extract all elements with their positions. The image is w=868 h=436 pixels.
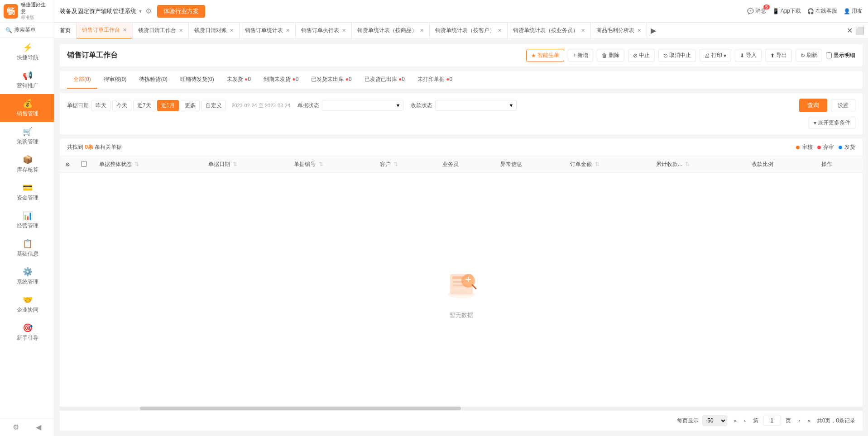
filter-tab-pending-check[interactable]: 待拣验货(0): [133, 71, 174, 89]
ship-btn[interactable]: 发货: [839, 143, 855, 151]
filter-tab-wangpu[interactable]: 旺铺待发货(0): [174, 71, 221, 89]
page-header: 销售订单工作台 ★ 智能生单 + 新增 🗑 删除 ⊘ 中止 ⊙ 取消中止: [60, 44, 863, 66]
select-all-checkbox[interactable]: [81, 161, 87, 167]
sort-icon[interactable]: ⇅: [319, 161, 323, 167]
sidebar-item-jichu[interactable]: 📋 基础信息: [0, 234, 54, 262]
tab-close-icon[interactable]: ✕: [342, 28, 346, 33]
delete-btn[interactable]: 🗑 删除: [597, 49, 624, 62]
query-btn[interactable]: 查询: [799, 99, 827, 112]
collapse-icon[interactable]: ◀: [36, 423, 41, 431]
tab-maximize-icon[interactable]: ⬜: [855, 26, 864, 35]
tab-close-icon[interactable]: ✕: [179, 28, 183, 33]
horizontal-scrollbar[interactable]: [60, 407, 863, 410]
settings-icon[interactable]: ⚙: [13, 423, 19, 431]
online-service-btn[interactable]: 🎧 在线客服: [807, 7, 837, 15]
app-label: App下载: [781, 7, 801, 15]
set-btn[interactable]: 设置: [831, 99, 855, 112]
filter-tab-not-printed[interactable]: 未打印单据 ●0: [411, 71, 459, 89]
tab-close-icon[interactable]: ✕: [230, 28, 234, 33]
scrollbar-thumb[interactable]: [140, 407, 461, 410]
last-page-btn[interactable]: »: [805, 416, 813, 425]
print-btn[interactable]: 🖨 打印 ▾: [700, 49, 731, 62]
tab-next-btn[interactable]: ▶: [647, 23, 660, 39]
tab-sales-product[interactable]: 销货单统计表（按商品） ✕: [352, 23, 430, 39]
prev-page-btn[interactable]: ‹: [741, 416, 748, 425]
import-btn[interactable]: ⬇ 导入: [735, 49, 762, 62]
tab-close-icon[interactable]: ✕: [637, 28, 641, 33]
ai-btn[interactable]: ★ 智能生单: [526, 49, 564, 62]
tab-sales-staff[interactable]: 销货单统计表（按业务员） ✕: [508, 23, 591, 39]
refresh-btn[interactable]: ↻ 刷新: [796, 49, 822, 62]
logo-text: 畅捷通好生意: [21, 1, 50, 14]
export-btn[interactable]: ⬆ 导出: [765, 49, 792, 62]
expand-btn[interactable]: ▾ 展开更多条件: [809, 117, 855, 129]
date-yesterday[interactable]: 昨天: [91, 100, 110, 111]
sidebar-item-xitong[interactable]: ⚙️ 系统管理: [0, 262, 54, 290]
stop-btn[interactable]: ⊘ 中止: [628, 49, 655, 62]
date-1month[interactable]: 近1月: [157, 100, 179, 111]
tab-sales-order[interactable]: 销售订单工作台 ✕: [77, 23, 133, 39]
sidebar-item-qiye[interactable]: 🤝 企业协同: [0, 290, 54, 318]
tab-close-icon[interactable]: ✕: [581, 28, 585, 33]
tab-close-icon[interactable]: ✕: [420, 28, 424, 33]
sort-icon[interactable]: ⇅: [393, 161, 398, 167]
first-page-btn[interactable]: «: [731, 416, 739, 425]
tab-home[interactable]: 首页: [54, 23, 77, 39]
sidebar-item-zijin[interactable]: 💳 资金管理: [0, 178, 54, 206]
sidebar-bottom: ⚙ ◀: [0, 418, 54, 436]
date-more[interactable]: 更多: [181, 100, 200, 111]
sidebar-item-kucun[interactable]: 📦 库存核算: [0, 150, 54, 178]
sidebar-item-jingying[interactable]: 📊 经营管理: [0, 206, 54, 234]
topbar: 装备及固定资产辅助管理系统 ▾ ⚙ 体验行业方案 💬 消息 6 📱 App下载 …: [54, 0, 868, 23]
filter-tab-pending-audit[interactable]: 待审核(0): [97, 71, 133, 89]
sort-icon[interactable]: ⇅: [233, 161, 237, 167]
filter-tab-not-shipped[interactable]: 未发货 ●0: [221, 71, 257, 89]
filter-tab-shipped-out[interactable]: 已发货已出库 ●0: [358, 71, 411, 89]
col-settings[interactable]: ⚙: [60, 156, 76, 173]
topbar-gear-icon[interactable]: ⚙: [145, 7, 152, 15]
receipt-select[interactable]: ▾: [435, 100, 517, 111]
expand-row: ▾ 展开更多条件: [67, 117, 855, 129]
cancel-audit-btn[interactable]: 弃审: [817, 143, 834, 151]
app-download-btn[interactable]: 📱 App下载: [772, 7, 801, 15]
status-select[interactable]: ▾: [322, 100, 403, 111]
search-menu[interactable]: 🔍 搜索菜单: [0, 23, 54, 38]
sidebar-item-xiaoshou[interactable]: 💰 销售管理: [0, 94, 54, 122]
sidebar-item-yingxiao[interactable]: 📢 营销推广: [0, 66, 54, 94]
tab-close-icon[interactable]: ✕: [498, 28, 502, 33]
sidebar-item-label: 快捷导航: [17, 54, 38, 62]
audit-btn[interactable]: 审核: [796, 143, 813, 151]
next-page-btn[interactable]: ›: [796, 416, 803, 425]
tab-profit-analysis[interactable]: 商品毛利分析表 ✕: [591, 23, 647, 39]
filter-tab-shipped-not-out[interactable]: 已发货未出库 ●0: [305, 71, 358, 89]
cancel-stop-btn[interactable]: ⊙ 取消中止: [658, 49, 696, 62]
tab-sales-stat[interactable]: 销售订单统计表 ✕: [240, 23, 296, 39]
col-checkbox[interactable]: [76, 156, 94, 173]
tab-close-icon[interactable]: ✕: [123, 27, 127, 33]
sidebar-item-xinshou[interactable]: 🎯 新手引导: [0, 318, 54, 346]
sort-icon[interactable]: ⇅: [595, 161, 599, 167]
date-7days[interactable]: 近7天: [133, 100, 155, 111]
sidebar-item-kuaijie[interactable]: ⚡ 快捷导航: [0, 38, 54, 66]
tab-close-all-icon[interactable]: ✕: [847, 26, 853, 35]
message-btn[interactable]: 💬 消息 6: [747, 7, 766, 15]
tab-sales-customer[interactable]: 销货单统计表（按客户） ✕: [430, 23, 508, 39]
filter-tab-overdue[interactable]: 到期未发货 ●0: [257, 71, 305, 89]
date-today[interactable]: 今天: [112, 100, 131, 111]
trial-btn[interactable]: 体验行业方案: [157, 5, 205, 18]
tab-qian-huo-dui[interactable]: 钱货日清对账 ✕: [189, 23, 240, 39]
show-detail-checkbox[interactable]: 显示明细: [826, 52, 855, 59]
tab-close-icon[interactable]: ✕: [286, 28, 290, 33]
show-detail-input[interactable]: [826, 52, 832, 58]
sidebar-item-caigou[interactable]: 🛒 采购管理: [0, 122, 54, 150]
sort-icon[interactable]: ⇅: [685, 161, 690, 167]
per-page-select[interactable]: 50 100 200: [702, 415, 727, 426]
sort-icon[interactable]: ⇅: [134, 161, 139, 167]
add-btn[interactable]: + 新增: [568, 49, 593, 62]
filter-tab-all[interactable]: 全部(0): [67, 71, 97, 89]
tab-qian-huo-qing[interactable]: 钱货日清工作台 ✕: [133, 23, 189, 39]
user-btn[interactable]: 👤 用友: [844, 7, 863, 15]
tab-sales-exec[interactable]: 销售订单执行表 ✕: [296, 23, 352, 39]
page-input[interactable]: [763, 416, 781, 426]
date-custom[interactable]: 自定义: [201, 100, 226, 111]
